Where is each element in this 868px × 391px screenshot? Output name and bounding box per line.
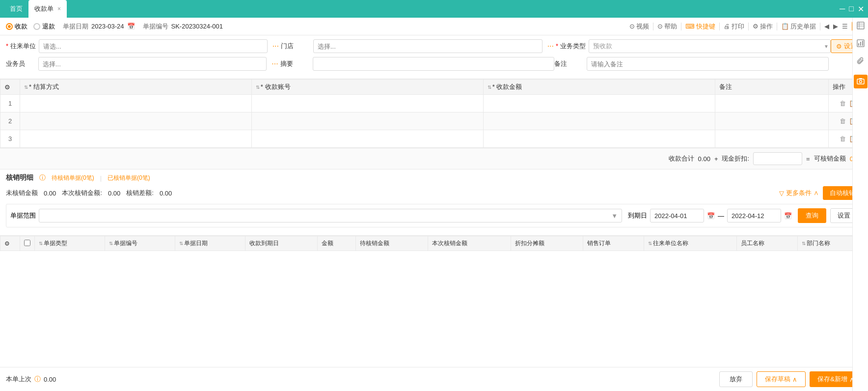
active-tab[interactable]: 收款单 ×	[28, 0, 67, 18]
salesperson-input[interactable]	[38, 57, 267, 71]
table-settings-header[interactable]: ⚙	[0, 80, 20, 95]
shortcut-btn[interactable]: ⌨ 快捷键	[685, 22, 715, 31]
video-btn[interactable]: ⊙ 视频	[629, 22, 649, 31]
remark-input[interactable]	[587, 57, 829, 71]
calendar-start-icon[interactable]: 📅	[707, 212, 715, 220]
radio-receipt[interactable]: 收款	[6, 22, 27, 31]
print-btn[interactable]: 🖨 打印	[724, 22, 744, 31]
select-all-checkbox[interactable]	[24, 240, 30, 246]
biz-type-value[interactable]	[589, 39, 831, 53]
radio-refund-label: 退款	[42, 22, 55, 31]
amount-cell-3[interactable]	[483, 130, 715, 148]
divider4	[748, 23, 749, 30]
row-num-3: 3	[0, 130, 20, 148]
biz-type-select[interactable]: ▼	[589, 39, 831, 53]
pending-tab[interactable]: 待核销单据(0笔)	[52, 174, 94, 182]
account-cell-1[interactable]	[251, 95, 483, 112]
amount-cell-1[interactable]	[483, 95, 715, 112]
store-label: 门店	[281, 42, 310, 51]
help-label: 帮助	[664, 22, 677, 31]
order-info-icon[interactable]: ⓘ	[34, 375, 41, 384]
sidebar-chart-icon[interactable]	[857, 39, 865, 49]
divider3	[719, 23, 720, 30]
table-row: 3 🗑 📋	[0, 130, 868, 148]
home-tab-label: 首页	[10, 4, 23, 13]
discount-input[interactable]	[753, 152, 802, 165]
arrow-right-icon[interactable]: ▶	[833, 23, 838, 30]
filter-icon: ▽	[779, 190, 784, 197]
query-button[interactable]: 查询	[798, 208, 826, 223]
remark-cell-1[interactable]	[715, 95, 828, 112]
radio-refund[interactable]: 退款	[33, 22, 55, 31]
sales-order-header: 销售订单	[583, 236, 644, 251]
lower-table-container: ⚙ ⇅单据类型 ⇅单据编号 ⇅单据日期 收款到期日 金额 待核销金额 本次核销金…	[0, 236, 868, 367]
doc-number-value: SK-20230324-001	[171, 23, 223, 30]
account-cell-3[interactable]	[251, 130, 483, 148]
calendar-icon[interactable]: 📅	[127, 23, 135, 30]
window-controls: ─ □ ✕	[840, 4, 864, 14]
sidebar-paperclip-icon[interactable]	[857, 57, 865, 67]
sidebar-table-icon[interactable]	[857, 22, 865, 31]
arrow-left-icon[interactable]: ◀	[824, 23, 829, 30]
delete-row-1-icon[interactable]: 🗑	[840, 100, 846, 107]
divider5	[777, 23, 777, 30]
save-draft-button[interactable]: 保存草稿 ∧	[757, 371, 806, 387]
more-conditions-btn[interactable]: ▽ 更多条件 ∧	[779, 189, 819, 197]
remark-cell-3[interactable]	[715, 130, 828, 148]
salesperson-label: 业务员	[6, 59, 35, 68]
counterpart-input[interactable]	[39, 39, 268, 53]
remark-cell-2[interactable]	[715, 112, 828, 130]
receipt-table: ⚙ ⇅* 结算方式 ⇅* 收款账号 ⇅* 收款金额 备注 操作 1	[0, 79, 868, 148]
salesperson-more-btn[interactable]: ···	[270, 59, 280, 68]
help-btn[interactable]: ⊙ 帮助	[657, 22, 677, 31]
done-tab[interactable]: 已核销单据(0笔)	[108, 174, 150, 182]
verifiable-label: 可核销金额	[814, 154, 846, 163]
delete-row-3-icon[interactable]: 🗑	[840, 135, 846, 142]
home-tab[interactable]: 首页	[4, 0, 28, 18]
range-select[interactable]: ▼	[39, 209, 622, 223]
account-cell-2[interactable]	[251, 112, 483, 130]
window-close-icon[interactable]: ✕	[858, 4, 864, 14]
operation-btn[interactable]: ⚙ 操作	[753, 22, 773, 31]
store-input[interactable]	[313, 39, 542, 53]
doc-num-header: ⇅单据编号	[105, 236, 175, 251]
svg-rect-7	[862, 41, 863, 46]
more-conditions-label: 更多条件 ∧	[786, 189, 819, 197]
due-date-header: 收款到期日	[245, 236, 318, 251]
start-date-input[interactable]	[650, 209, 704, 223]
verify-stats: 未核销金额 0.00 本次核销金额: 0.00 核销差额: 0.00	[6, 189, 172, 197]
end-date-input[interactable]	[727, 209, 781, 223]
help-icon: ⊙	[657, 23, 663, 30]
doc-date-header: ⇅单据日期	[175, 236, 245, 251]
history-btn[interactable]: 📋 历史单据	[781, 22, 816, 31]
calendar-end-icon[interactable]: 📅	[784, 212, 792, 220]
divider1	[653, 23, 653, 30]
lower-table: ⚙ ⇅单据类型 ⇅单据编号 ⇅单据日期 收款到期日 金额 待核销金额 本次核销金…	[0, 236, 868, 251]
discard-button[interactable]: 放弃	[719, 371, 753, 387]
settlement-cell-2[interactable]	[20, 112, 252, 130]
store-more-btn[interactable]: ···	[545, 42, 556, 51]
tab-divider: |	[100, 174, 102, 182]
delete-row-2-icon[interactable]: 🗑	[840, 117, 846, 125]
filter-row: 单据范围 ▼ 到期日 📅 — 📅 查询 设置	[6, 204, 862, 227]
radio-receipt-label: 收款	[15, 22, 27, 31]
summary-input[interactable]	[313, 57, 555, 71]
verify-info-icon[interactable]: ⓘ	[39, 173, 46, 182]
settlement-cell-3[interactable]	[20, 130, 252, 148]
window-max-icon[interactable]: □	[849, 4, 854, 14]
close-tab-icon[interactable]: ×	[57, 5, 61, 12]
amount-cell-2[interactable]	[483, 112, 715, 130]
toolbar-actions: ⊙ 视频 ⊙ 帮助 ⌨ 快捷键 🖨 打印 ⚙ 操作	[629, 22, 862, 31]
list-icon[interactable]: ☰	[842, 23, 848, 30]
lower-settings-header[interactable]: ⚙	[0, 236, 20, 251]
settlement-cell-1[interactable]	[20, 95, 252, 112]
due-date-label: 到期日	[628, 211, 647, 220]
order-info-label: 本单上次	[6, 375, 31, 384]
main-area: 收款 退款 单据日期 2023-03-24 📅 单据编号 SK-20230324…	[0, 18, 868, 391]
row-num-1: 1	[0, 95, 20, 112]
counterpart-more-btn[interactable]: ···	[271, 42, 281, 51]
lower-checkbox-header[interactable]	[20, 236, 35, 251]
window-min-icon[interactable]: ─	[840, 4, 845, 14]
divider6	[820, 23, 820, 30]
sidebar-screenshot-icon[interactable]	[854, 75, 868, 88]
